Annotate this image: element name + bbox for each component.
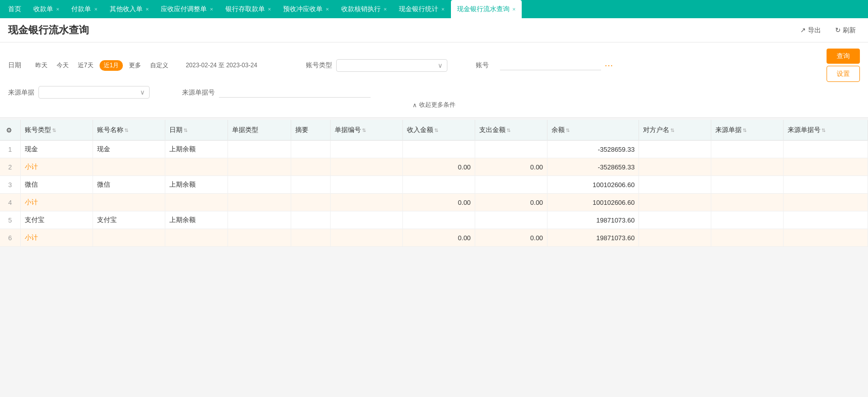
cell-summary xyxy=(291,211,331,229)
cell-doc-no xyxy=(331,211,403,229)
nav-item-advance-offset[interactable]: 预收冲应收单 × xyxy=(277,0,335,18)
nav-bar: 首页 收款单 × 付款单 × 其他收入单 × 应收应付调整单 × 银行存取款单 … xyxy=(0,0,868,18)
sort-icon[interactable]: ⇅ xyxy=(124,127,128,133)
export-button[interactable]: ↗ 导出 xyxy=(796,24,825,37)
cell-balance: 100102606.60 xyxy=(547,176,639,194)
close-icon[interactable]: × xyxy=(513,6,516,12)
date-opt-yesterday[interactable]: 昨天 xyxy=(32,60,51,71)
th-doc-no: 单据编号⇅ xyxy=(331,120,403,141)
cell-income: 0.00 xyxy=(403,229,475,247)
nav-item-payment[interactable]: 付款单 × xyxy=(65,0,103,18)
refresh-button[interactable]: ↻ 刷新 xyxy=(831,24,860,37)
account-group: 账号 ··· xyxy=(476,60,614,70)
sort-icon[interactable]: ⇅ xyxy=(507,127,511,133)
cell-date xyxy=(165,194,228,211)
nav-item-home[interactable]: 首页 xyxy=(2,0,27,18)
sort-icon[interactable]: ⇅ xyxy=(743,127,747,133)
nav-item-cash-flow-query[interactable]: 现金银行流水查询 × xyxy=(451,0,522,18)
cell-expense xyxy=(475,176,547,194)
close-icon[interactable]: × xyxy=(56,6,59,12)
nav-item-receipt[interactable]: 收款单 × xyxy=(27,0,65,18)
close-icon[interactable]: × xyxy=(268,6,271,12)
cell-date: 上期余额 xyxy=(165,211,228,229)
data-table: ⚙ 账号类型⇅ 账号名称⇅ 日期⇅ 单据类型 摘要 单据编号⇅ 收入金额⇅ xyxy=(0,120,868,247)
filter-area: 日期 昨天 今天 近7天 近1月 更多 自定义 2023-02-24 至 202… xyxy=(0,42,868,118)
cell-source-doc-no xyxy=(784,211,868,229)
filter-row-2: 来源单据 ∨ 来源单据号 xyxy=(8,86,860,99)
source-doc-no-group: 来源单据号 xyxy=(182,87,371,98)
export-icon: ↗ xyxy=(800,26,806,34)
account-type-select[interactable]: ∨ xyxy=(336,59,447,72)
nav-item-other-income[interactable]: 其他收入单 × xyxy=(104,0,155,18)
cell-account-type: 小计 xyxy=(20,229,93,247)
query-button[interactable]: 查询 xyxy=(827,49,860,64)
ellipsis-icon[interactable]: ··· xyxy=(605,62,614,69)
close-icon[interactable]: × xyxy=(94,6,97,12)
cell-doc-no xyxy=(331,158,403,176)
cell-account-name xyxy=(93,158,165,176)
cell-summary xyxy=(291,194,331,211)
close-icon[interactable]: × xyxy=(210,6,213,12)
source-doc-no-input[interactable] xyxy=(219,87,371,98)
date-opt-custom[interactable]: 自定义 xyxy=(147,60,171,71)
row-number: 4 xyxy=(0,194,20,211)
cell-doc-no xyxy=(331,176,403,194)
chevron-down-icon: ∨ xyxy=(438,62,443,69)
date-opt-today[interactable]: 今天 xyxy=(54,60,72,71)
cell-account-type: 小计 xyxy=(20,194,93,211)
sort-icon[interactable]: ⇅ xyxy=(184,127,188,133)
cell-counterpart xyxy=(639,211,711,229)
refresh-icon: ↻ xyxy=(835,26,841,34)
source-doc-select[interactable]: ∨ xyxy=(38,86,150,99)
th-account-type: 账号类型⇅ xyxy=(20,120,93,141)
cell-source-doc xyxy=(711,194,784,211)
sort-icon[interactable]: ⇅ xyxy=(566,127,570,133)
nav-item-bank-deposit[interactable]: 银行存取款单 × xyxy=(219,0,277,18)
data-table-container: ⚙ 账号类型⇅ 账号名称⇅ 日期⇅ 单据类型 摘要 单据编号⇅ 收入金额⇅ xyxy=(0,120,868,247)
nav-item-cash-stats[interactable]: 现金银行统计 × xyxy=(393,0,450,18)
settings-gear-icon[interactable]: ⚙ xyxy=(4,125,14,135)
th-balance: 余额⇅ xyxy=(547,120,639,141)
account-input[interactable] xyxy=(500,60,601,70)
cell-expense xyxy=(475,211,547,229)
close-icon[interactable]: × xyxy=(326,6,329,12)
cell-source-doc-no xyxy=(784,158,868,176)
settings-button[interactable]: 设置 xyxy=(827,66,860,82)
cell-date: 上期余额 xyxy=(165,141,228,158)
right-actions: 查询 设置 xyxy=(827,49,860,82)
cell-account-type: 微信 xyxy=(20,176,93,194)
cell-source-doc xyxy=(711,141,784,158)
cell-counterpart xyxy=(639,141,711,158)
cell-counterpart xyxy=(639,176,711,194)
cell-source-doc xyxy=(711,158,784,176)
page-header: 现金银行流水查询 ↗ 导出 ↻ 刷新 xyxy=(0,18,868,42)
sort-icon[interactable]: ⇅ xyxy=(434,127,438,133)
sort-icon[interactable]: ⇅ xyxy=(821,127,826,133)
date-opt-7days[interactable]: 近7天 xyxy=(75,60,97,71)
nav-item-collection-exec[interactable]: 收款核销执行 × xyxy=(335,0,393,18)
sort-icon[interactable]: ⇅ xyxy=(670,127,674,133)
row-number: 3 xyxy=(0,176,20,194)
close-icon[interactable]: × xyxy=(441,6,444,12)
cell-doc-type xyxy=(228,211,291,229)
sort-icon[interactable]: ⇅ xyxy=(52,127,56,133)
date-opt-more[interactable]: 更多 xyxy=(126,60,144,71)
date-opt-1month[interactable]: 近1月 xyxy=(100,60,123,71)
row-number: 1 xyxy=(0,141,20,158)
sort-icon[interactable]: ⇅ xyxy=(362,127,366,133)
cell-counterpart xyxy=(639,229,711,247)
nav-item-ar-ap-adjust[interactable]: 应收应付调整单 × xyxy=(155,0,219,18)
cell-income xyxy=(403,211,475,229)
header-actions: ↗ 导出 ↻ 刷新 xyxy=(796,24,860,37)
account-type-label: 账号类型 xyxy=(306,61,332,70)
cell-doc-no xyxy=(331,141,403,158)
collapse-bar[interactable]: ∧ 收起更多条件 xyxy=(8,99,860,111)
close-icon[interactable]: × xyxy=(384,6,387,12)
table-row: 5支付宝支付宝上期余额19871073.60 xyxy=(0,211,868,229)
cell-source-doc xyxy=(711,176,784,194)
cell-doc-type xyxy=(228,158,291,176)
close-icon[interactable]: × xyxy=(146,6,149,12)
table-header-row: ⚙ 账号类型⇅ 账号名称⇅ 日期⇅ 单据类型 摘要 单据编号⇅ 收入金额⇅ xyxy=(0,120,868,141)
cell-date xyxy=(165,158,228,176)
th-date: 日期⇅ xyxy=(165,120,228,141)
